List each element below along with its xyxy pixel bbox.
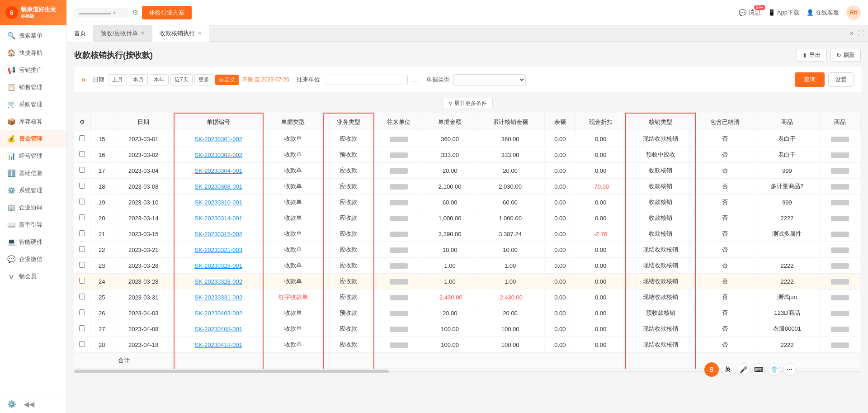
scrollbar-thumb[interactable] xyxy=(74,370,389,373)
prepay-tab-close[interactable]: ✕ xyxy=(141,30,145,36)
doc-no-link[interactable]: SK-20230418-001 xyxy=(195,342,243,348)
expand-conditions-button[interactable]: ∨ 展开更多条件 xyxy=(443,98,493,109)
floating-more-icon[interactable]: ⋯ xyxy=(783,363,796,376)
messages-button[interactable]: 💬 消息 99+ xyxy=(739,9,761,17)
cell-no: 28 xyxy=(90,337,113,353)
floating-keyboard-icon[interactable]: ⌨ xyxy=(752,363,765,376)
cell-balance: 0.00 xyxy=(545,179,576,195)
doc-no-link[interactable]: SK-20230328-002 xyxy=(195,278,243,285)
last-month-button[interactable]: 上月 xyxy=(108,74,127,85)
cell-product2 xyxy=(819,210,860,226)
cell-checkbox[interactable] xyxy=(74,195,90,210)
tab-expand-icon[interactable]: ⛶ xyxy=(858,30,864,37)
sidebar-item-basic[interactable]: ℹ️基础信息 xyxy=(0,165,66,182)
doc-no-link[interactable]: SK-20230304-001 xyxy=(195,167,243,174)
sidebar-item-operation[interactable]: 📊经营管理 xyxy=(0,147,66,165)
cell-checkbox[interactable] xyxy=(74,274,90,290)
partner-input[interactable] xyxy=(324,75,408,85)
sidebar-item-finance[interactable]: 💰资金管理 xyxy=(0,130,66,147)
cell-include-settled: 否 xyxy=(695,274,755,290)
doc-no-link[interactable]: SK-20230408-001 xyxy=(195,326,243,332)
sidebar-item-system[interactable]: ⚙️系统管理 xyxy=(0,182,66,199)
sidebar-item-shortcuts[interactable]: 🏠快捷导航 xyxy=(0,44,66,62)
cell-no: 18 xyxy=(90,179,113,195)
sidebar-item-wechat[interactable]: 💬企业微信 xyxy=(0,251,66,268)
custom-date-button[interactable]: 自定义 xyxy=(215,75,239,85)
collection-tab-close[interactable]: ✕ xyxy=(198,30,202,36)
tab-prepay[interactable]: 预收/应收付单 ✕ xyxy=(94,25,152,42)
doc-type-select[interactable] xyxy=(453,74,526,85)
cell-checkbox[interactable] xyxy=(74,179,90,195)
cell-checkbox[interactable] xyxy=(74,226,90,242)
sidebar-item-inventory[interactable]: 📦库存核算 xyxy=(0,113,66,130)
doc-no-link[interactable]: SK-20230315-002 xyxy=(195,231,243,237)
sidebar-item-purchase[interactable]: 🛒采购管理 xyxy=(0,96,66,113)
col-header-settings[interactable]: ⚙ xyxy=(74,113,90,131)
cell-checkbox[interactable] xyxy=(74,163,90,179)
this-year-button[interactable]: 本年 xyxy=(150,74,169,85)
table-scroll-area[interactable]: ⚙ 日期 单据编号 单据类型 业务类型 往来单位 单据金额 累计核销金额 余额 … xyxy=(74,113,861,369)
cell-date: 2023-03-02 xyxy=(113,147,174,163)
industry-solution-button[interactable]: 体验行业方案 xyxy=(142,6,192,19)
last-7days-button[interactable]: 近7天 xyxy=(170,74,193,85)
online-service-button[interactable]: 👤 在线客服 xyxy=(807,9,839,17)
collapse-icon[interactable]: ◀◀ xyxy=(24,400,34,408)
doc-no-link[interactable]: SK-20230308-001 xyxy=(195,183,243,190)
query-button[interactable]: 查询 xyxy=(795,72,825,87)
floating-text-icon[interactable]: 英 xyxy=(722,363,734,376)
cell-no: 16 xyxy=(90,147,113,163)
cell-checkbox[interactable] xyxy=(74,258,90,274)
export-label: 导出 xyxy=(809,51,821,59)
cell-checkbox[interactable] xyxy=(74,147,90,163)
app-download-button[interactable]: 📱 App下载 xyxy=(768,9,799,17)
doc-no-link[interactable]: SK-20230310-001 xyxy=(195,199,243,206)
user-avatar[interactable]: Rit xyxy=(846,5,861,20)
sidebar-item-enterprise[interactable]: 🏢企业协同 xyxy=(0,199,66,216)
sidebar-item-search[interactable]: 🔍搜索菜单 xyxy=(0,27,66,44)
this-month-button[interactable]: 本月 xyxy=(129,74,148,85)
filter-toggle-button[interactable]: » xyxy=(81,76,85,84)
total-discount xyxy=(576,353,626,369)
cell-biz-type: 应收款 xyxy=(323,321,374,337)
tab-close-window-icon[interactable]: ✕ xyxy=(849,30,854,37)
cell-amount: 360.00 xyxy=(424,131,476,147)
cell-checkbox[interactable] xyxy=(74,337,90,353)
sidebar-item-member[interactable]: V畅会员 xyxy=(0,268,66,285)
cell-checkbox[interactable] xyxy=(74,242,90,258)
doc-no-link[interactable]: SK-20230302-002 xyxy=(195,152,243,158)
cell-checkbox[interactable] xyxy=(74,321,90,337)
cell-checkbox[interactable] xyxy=(74,290,90,305)
floating-shirt-icon[interactable]: 👕 xyxy=(768,363,780,376)
tab-collection[interactable]: 收款核销执行 ✕ xyxy=(152,25,209,42)
doc-no-link[interactable]: SK-20230301-002 xyxy=(195,136,243,142)
export-button[interactable]: ⬆ 导出 xyxy=(797,49,827,62)
sidebar-item-hardware[interactable]: 💻智能硬件 xyxy=(0,233,66,251)
cell-product: 衣服00001 xyxy=(755,321,820,337)
cell-balance: 0.00 xyxy=(545,195,576,210)
cell-checkbox[interactable] xyxy=(74,131,90,147)
floating-mic-icon[interactable]: 🎤 xyxy=(737,363,750,376)
tab-home[interactable]: 首页 xyxy=(67,25,94,42)
sidebar-item-guide[interactable]: 📖新手引导 xyxy=(0,216,66,233)
main-area: ▬▬▬▬▬▬ ▾ ⚙ 体验行业方案 💬 消息 99+ 📱 App下载 👤 在线客… xyxy=(67,0,868,413)
cell-no: 27 xyxy=(90,321,113,337)
doc-no-link[interactable]: SK-20230403-002 xyxy=(195,310,243,317)
gear-icon[interactable]: ⚙ xyxy=(132,8,138,17)
setting-button[interactable]: 设置 xyxy=(828,72,854,87)
cell-biz-type: 应收款 xyxy=(323,337,374,353)
doc-no-link[interactable]: SK-20230321-003 xyxy=(195,247,243,253)
more-date-button[interactable]: 更多 xyxy=(194,74,213,85)
floating-s-button[interactable]: S xyxy=(704,362,719,377)
cell-discount: 0.00 xyxy=(576,210,626,226)
refresh-button[interactable]: ↻ 刷新 xyxy=(830,49,861,62)
doc-no-link[interactable]: SK-20230331-002 xyxy=(195,294,243,301)
settings-bottom-icon[interactable]: ⚙️ xyxy=(7,400,16,408)
sidebar-item-marketing[interactable]: 📢营销推广 xyxy=(0,62,66,79)
cell-partner xyxy=(374,242,424,258)
cell-checkbox[interactable] xyxy=(74,305,90,321)
doc-no-link[interactable]: SK-20230314-001 xyxy=(195,215,243,222)
cell-cancel-type: 收款核销 xyxy=(626,179,695,195)
sidebar-item-sales[interactable]: 📋销售管理 xyxy=(0,79,66,96)
cell-checkbox[interactable] xyxy=(74,210,90,226)
doc-no-link[interactable]: SK-20230328-001 xyxy=(195,262,243,269)
